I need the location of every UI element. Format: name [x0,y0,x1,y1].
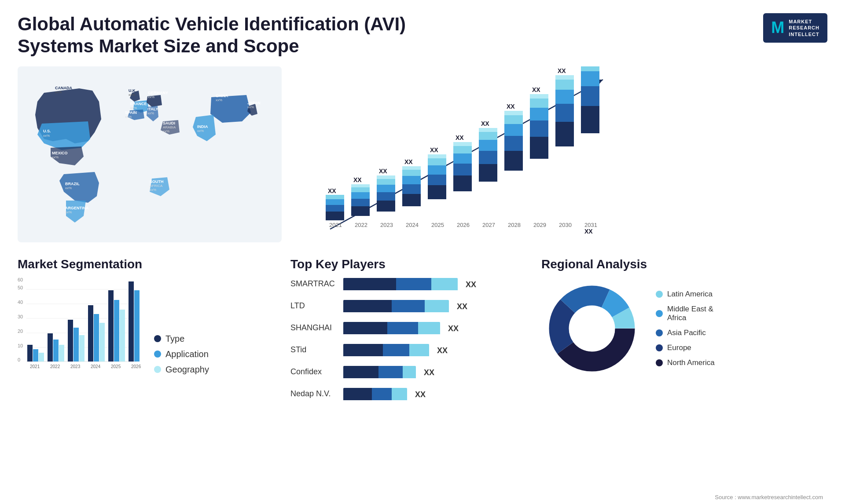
svg-text:2023: 2023 [380,222,393,228]
regional-section: Regional Analysis Latin America [537,257,827,406]
svg-text:xx%: xx% [65,210,72,214]
svg-text:2028: 2028 [508,222,521,228]
svg-rect-63 [428,175,446,185]
logo-m-icon: M [771,18,784,37]
source-section: Source : www.marketresearchintellect.com [0,406,845,409]
svg-text:2026: 2026 [131,364,141,369]
svg-text:2024: 2024 [91,364,101,369]
svg-rect-41 [351,206,370,216]
svg-text:AFRICA: AFRICA [150,184,163,188]
legend-geography: Geography [154,365,209,375]
svg-rect-139 [99,323,105,362]
svg-rect-129 [48,333,53,362]
svg-rect-133 [68,320,73,362]
svg-text:ARABIA: ARABIA [163,125,176,129]
svg-text:GERMANY: GERMANY [148,91,168,95]
player-nedap: Nedap N.V. XX [290,388,519,402]
middle-east-africa-dot [656,310,663,317]
logo: M MARKET RESEARCH INTELLECT [763,13,827,43]
svg-rect-69 [453,175,472,191]
world-map: CANADA xx% U.S. xx% MEXICO xx% BRAZIL xx… [18,66,282,242]
legend-middle-east-africa: Middle East &Africa [656,305,715,322]
svg-rect-131 [59,345,64,362]
svg-rect-105 [581,86,599,106]
svg-rect-106 [581,71,599,86]
middle-east-africa-label: Middle East &Africa [667,305,713,322]
svg-rect-44 [351,187,370,192]
svg-rect-135 [79,335,84,362]
svg-rect-80 [479,128,497,132]
svg-text:CANADA: CANADA [55,86,72,90]
latin-america-dot [656,291,663,298]
svg-rect-107 [581,66,599,71]
svg-rect-49 [377,192,395,201]
svg-text:2023: 2023 [70,364,81,369]
svg-rect-37 [326,199,344,205]
svg-text:2027: 2027 [482,222,495,228]
svg-rect-65 [428,158,446,165]
svg-text:INDIA: INDIA [197,124,208,129]
svg-rect-146 [134,290,140,362]
svg-rect-130 [53,340,59,362]
svg-text:xx%: xx% [129,93,135,97]
svg-point-153 [569,306,615,351]
svg-text:xx%: xx% [247,105,254,109]
svg-text:30: 30 [18,314,23,319]
logo-block: M MARKET RESEARCH INTELLECT [763,13,827,43]
svg-rect-70 [453,164,472,175]
north-america-label: North America [667,358,715,367]
svg-text:FRANCE: FRANCE [130,102,147,106]
svg-text:xx%: xx% [55,90,62,94]
geography-dot [154,366,161,373]
title-block: Global Automatic Vehicle Identification … [18,13,414,58]
svg-text:JAPAN: JAPAN [247,101,261,105]
page-title: Global Automatic Vehicle Identification … [18,13,414,58]
svg-rect-138 [94,314,99,362]
svg-text:XX: XX [404,158,413,165]
player-ltd: LTD XX [290,300,519,314]
svg-text:2025: 2025 [111,364,121,369]
svg-rect-52 [377,175,395,179]
svg-rect-90 [530,137,548,159]
svg-text:60: 60 [18,278,23,282]
svg-text:xx%: xx% [147,111,154,115]
asia-pacific-label: Asia Pacific [667,329,706,337]
svg-rect-100 [555,80,574,90]
svg-rect-62 [428,185,446,199]
svg-rect-97 [555,122,574,146]
svg-text:XX: XX [328,187,336,194]
svg-rect-126 [33,349,38,362]
svg-rect-77 [479,151,497,164]
svg-rect-141 [108,290,114,362]
svg-rect-43 [351,192,370,199]
svg-text:2031: 2031 [584,222,597,228]
svg-text:10: 10 [18,343,23,348]
regional-legend: Latin America Middle East &Africa Asia P… [656,290,715,367]
svg-rect-55 [402,194,421,206]
svg-rect-145 [129,281,134,362]
asia-pacific-dot [656,329,663,336]
svg-text:XX: XX [507,103,515,110]
svg-rect-84 [504,136,523,151]
key-players-section: Top Key Players SMARTRAC XX LTD [282,257,528,406]
application-dot [154,351,161,358]
europe-dot [656,344,663,351]
svg-text:U.K.: U.K. [129,88,136,93]
svg-rect-59 [402,166,421,170]
svg-text:XX: XX [430,146,438,153]
svg-text:xx%: xx% [130,106,137,110]
svg-text:2021: 2021 [329,222,342,228]
player-stid: STid XX [290,344,519,358]
svg-rect-35 [326,212,344,220]
segmentation-title: Market Segmentation [18,257,273,271]
svg-rect-51 [377,179,395,185]
svg-text:2022: 2022 [50,364,60,369]
svg-rect-91 [530,121,548,137]
svg-text:CHINA: CHINA [216,94,228,98]
logo-text: MARKET RESEARCH INTELLECT [789,18,819,37]
svg-text:XX: XX [481,120,489,127]
svg-rect-98 [555,104,574,122]
svg-rect-125 [27,345,33,362]
donut-container: Latin America Middle East &Africa Asia P… [541,278,823,379]
svg-rect-66 [428,154,446,158]
